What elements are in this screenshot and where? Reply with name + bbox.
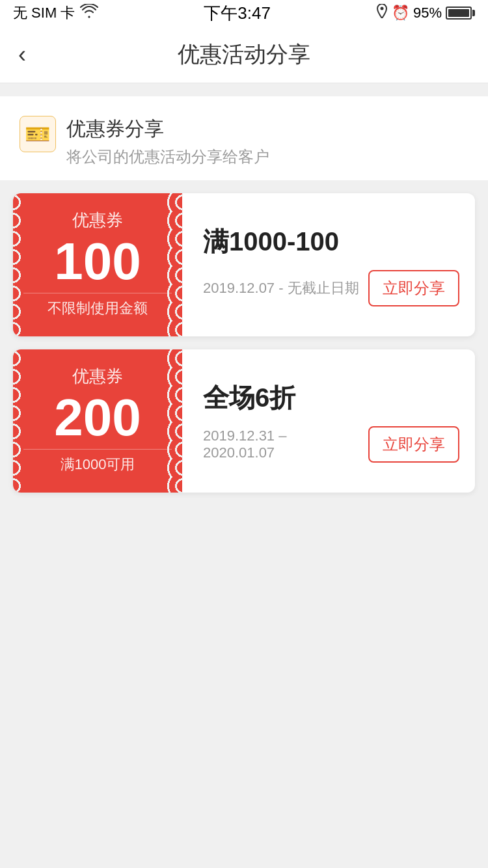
back-button[interactable]: ‹ [18,41,26,68]
svg-point-0 [380,7,383,10]
status-left: 无 SIM 卡 [13,3,98,23]
coupon-date-1: 2019.12.07 - 无截止日期 [203,278,360,298]
coupon-label-2: 优惠券 [72,365,123,388]
status-bar: 无 SIM 卡 下午3:47 ⏰ 95% [0,0,488,26]
coupon-date-2: 2019.12.31 – 2020.01.07 [203,427,360,461]
section-title: 优惠券分享 [66,116,269,142]
coupon-amount-2: 200 [54,392,141,444]
nav-bar: ‹ 优惠活动分享 [0,26,488,83]
page-title: 优惠活动分享 [178,40,310,70]
coupon-icon: 🎫 [20,116,56,152]
status-right: ⏰ 95% [376,4,475,22]
carrier-text: 无 SIM 卡 [13,3,75,23]
share-button-1[interactable]: 立即分享 [368,270,459,306]
coupon-title-1: 满1000-100 [203,224,459,260]
coupon-list: 优惠券 100 不限制使用金额 满1000-100 2019.12.07 - 无… [0,180,488,493]
coupon-amount-1: 100 [54,236,141,288]
coupon-card: 优惠券 100 不限制使用金额 满1000-100 2019.12.07 - 无… [13,193,475,336]
battery-icon [446,7,475,20]
coupon-condition-2: 满1000可用 [23,449,172,477]
coupon-right-2: 全场6折 2019.12.31 – 2020.01.07 立即分享 [182,349,475,493]
coupon-card-2: 优惠券 200 满1000可用 全场6折 2019.12.31 – 2020.0… [13,349,475,493]
section-header: 🎫 优惠券分享 将公司的优惠活动分享给客户 [0,96,488,180]
coupon-condition-1: 不限制使用金额 [23,293,172,321]
status-time: 下午3:47 [204,2,271,25]
section-subtitle: 将公司的优惠活动分享给客户 [66,146,269,167]
coupon-left-1: 优惠券 100 不限制使用金额 [13,193,182,336]
battery-percent: 95% [413,5,442,21]
section-text: 优惠券分享 将公司的优惠活动分享给客户 [66,116,269,167]
coupon-label-1: 优惠券 [72,209,123,232]
share-button-2[interactable]: 立即分享 [368,426,459,463]
wifi-icon [80,4,98,22]
coupon-footer-2: 2019.12.31 – 2020.01.07 立即分享 [203,426,459,463]
alarm-icon: ⏰ [392,5,409,21]
coupon-right-1: 满1000-100 2019.12.07 - 无截止日期 立即分享 [182,193,475,336]
coupon-title-2: 全场6折 [203,380,459,416]
coupon-left-2: 优惠券 200 满1000可用 [13,349,182,493]
coupon-footer-1: 2019.12.07 - 无截止日期 立即分享 [203,270,459,306]
empty-area [0,506,488,831]
location-icon [376,4,388,22]
